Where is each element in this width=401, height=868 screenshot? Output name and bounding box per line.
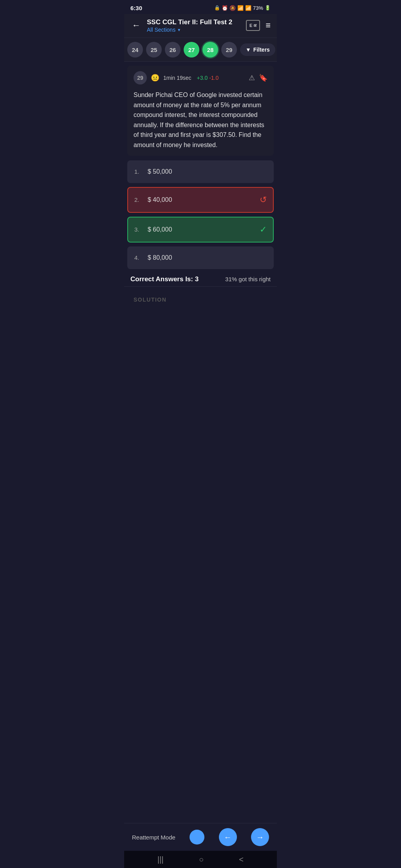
filter-label: Filters (253, 47, 270, 53)
wifi-icon: 📶 (237, 5, 244, 11)
option-3[interactable]: 3. $ 60,000 ✓ (127, 217, 274, 243)
alert-button[interactable]: ⚠ (249, 74, 255, 82)
question-text: Sunder Pichai CEO of Google invested cer… (134, 90, 267, 150)
option-2-text: $ 40,000 (148, 196, 172, 203)
timer-icon: 😐 (151, 74, 159, 82)
question-number-bar: 24 25 26 27 28 29 ▼ Filters (124, 38, 277, 62)
bottom-bar: Reattempt Mode ← → (124, 823, 277, 851)
battery-icon: 🔋 (265, 5, 271, 11)
signal-icon: 📶 (245, 5, 251, 11)
chevron-down-icon: ▼ (177, 28, 181, 32)
header-title-block: SSC CGL Tier II: Full Test 2 All Section… (147, 18, 241, 33)
mute-icon: 🔕 (229, 5, 236, 11)
solution-section: SOLUTION (127, 291, 274, 309)
filter-button[interactable]: ▼ Filters (240, 43, 275, 56)
next-icon: → (256, 833, 264, 842)
solution-label: SOLUTION (134, 297, 166, 303)
correct-answer-row: Correct Answers Is: 3 31% got this right (127, 275, 274, 283)
option-2[interactable]: 2. $ 40,000 ↺ (127, 187, 274, 213)
language-toggle-button[interactable]: E अ (246, 20, 260, 31)
prev-button[interactable]: ← (219, 828, 237, 846)
option-1[interactable]: 1. $ 50,000 (127, 160, 274, 183)
question-number-26[interactable]: 26 (165, 42, 181, 58)
question-number-29[interactable]: 29 (221, 42, 237, 58)
question-number-25[interactable]: 25 (146, 42, 162, 58)
timer-text: 1min 19sec (163, 75, 191, 81)
bookmark-button[interactable]: 🔖 (259, 74, 267, 82)
option-1-text: $ 50,000 (148, 168, 172, 175)
menu-button[interactable]: ≡ (266, 20, 271, 31)
question-badge: 29 (134, 71, 147, 84)
reattempt-label: Reattempt Mode (132, 834, 175, 841)
got-right-percentage: 31% got this right (225, 276, 271, 282)
correct-answer-icon: ✓ (260, 225, 267, 235)
android-back-icon[interactable]: < (239, 855, 244, 864)
question-number-24[interactable]: 24 (127, 42, 143, 58)
prev-icon: ← (224, 833, 232, 842)
reattempt-toggle[interactable] (190, 830, 204, 845)
section-selector[interactable]: All Sections ▼ (147, 27, 241, 33)
option-3-text: $ 60,000 (148, 226, 172, 233)
question-container: 29 😐 1min 19sec +3.0 -1.0 ⚠ 🔖 Sunder Pic… (127, 66, 274, 156)
option-4-text: $ 80,000 (148, 254, 172, 261)
question-number-28[interactable]: 28 (202, 42, 218, 58)
header: ← SSC CGL Tier II: Full Test 2 All Secti… (124, 14, 277, 38)
status-bar: 6:30 🔒 ⏰ 🔕 📶 📶 73% 🔋 (124, 0, 277, 14)
section-label: All Sections (147, 27, 175, 33)
scroll-spacer (124, 313, 277, 391)
status-time: 6:30 (130, 5, 142, 11)
question-number-27[interactable]: 27 (184, 42, 199, 58)
next-button[interactable]: → (251, 828, 269, 846)
lock-icon: 🔒 (214, 5, 220, 11)
filter-icon: ▼ (246, 47, 251, 53)
wrong-answer-icon: ↺ (260, 195, 267, 205)
option-4-number: 4. (134, 254, 142, 261)
recent-apps-icon[interactable]: ||| (157, 855, 164, 864)
correct-answer-label: Correct Answers Is: 3 (130, 275, 199, 283)
option-3-number: 3. (134, 226, 142, 233)
android-nav-bar: ||| ○ < (124, 851, 277, 868)
home-icon[interactable]: ○ (199, 855, 204, 864)
marks-positive: +3.0 -1.0 (197, 75, 219, 81)
option-2-number: 2. (134, 196, 142, 203)
divider (124, 286, 277, 287)
battery-text: 73% (253, 5, 263, 11)
option-4[interactable]: 4. $ 80,000 (127, 246, 274, 269)
status-icons: 🔒 ⏰ 🔕 📶 📶 73% 🔋 (214, 5, 271, 11)
question-meta: 29 😐 1min 19sec +3.0 -1.0 ⚠ 🔖 (134, 71, 267, 84)
options-container: 1. $ 50,000 2. $ 40,000 ↺ 3. $ 60,000 ✓ … (127, 160, 274, 269)
back-button[interactable]: ← (130, 19, 142, 32)
page-title: SSC CGL Tier II: Full Test 2 (147, 18, 241, 27)
alarm-icon: ⏰ (222, 5, 228, 11)
header-actions: E अ ≡ (246, 20, 271, 31)
option-1-number: 1. (134, 168, 142, 175)
